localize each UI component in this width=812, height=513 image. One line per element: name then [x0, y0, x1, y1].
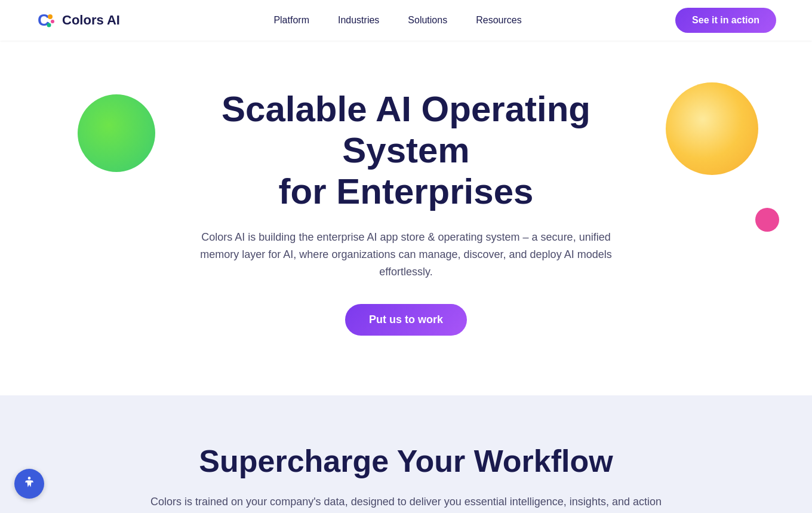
nav-link-industries[interactable]: Industries	[338, 15, 379, 26]
svg-point-4	[47, 23, 51, 27]
nav-link-resources[interactable]: Resources	[476, 15, 521, 26]
workflow-title: Supercharge Your Workflow	[36, 443, 776, 479]
hero-section: Scalable AI Operating System for Enterpr…	[0, 41, 812, 395]
logo-text: Colors AI	[62, 13, 120, 28]
navbar: C Colors AI Platform Industries Solution…	[0, 0, 812, 41]
svg-point-2	[48, 14, 53, 19]
logo[interactable]: C Colors AI	[36, 10, 120, 31]
logo-icon: C	[36, 10, 57, 31]
workflow-subtitle: Colors is trained on your company's data…	[137, 493, 675, 513]
hero-subtitle: Colors AI is building the enterprise AI …	[197, 229, 615, 280]
nav-link-solutions[interactable]: Solutions	[408, 15, 447, 26]
accessibility-button[interactable]	[14, 469, 44, 499]
hero-title: Scalable AI Operating System for Enterpr…	[167, 88, 645, 212]
svg-point-3	[51, 20, 54, 23]
nav-link-platform[interactable]: Platform	[273, 15, 309, 26]
hero-cta-button[interactable]: Put us to work	[345, 304, 467, 336]
accessibility-icon	[21, 475, 38, 492]
nav-links: Platform Industries Solutions Resources	[273, 15, 521, 26]
workflow-section: Supercharge Your Workflow Colors is trai…	[0, 395, 812, 513]
hero-decoration-yellow-circle	[666, 82, 758, 175]
hero-decoration-green-circle	[78, 94, 155, 172]
hero-decoration-pink-circle	[755, 208, 779, 232]
svg-point-5	[28, 477, 31, 480]
navbar-cta-button[interactable]: See it in action	[675, 8, 776, 33]
